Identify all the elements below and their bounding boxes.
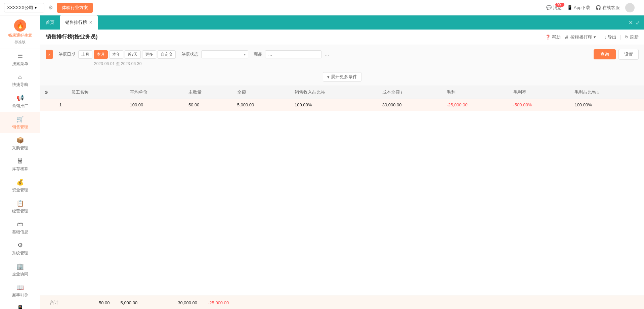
goods-filter-label: 商品 xyxy=(254,51,262,57)
date-tab-last-7-days[interactable]: 近7天 xyxy=(125,50,141,59)
operation-icon: 📋 xyxy=(16,200,24,207)
tab-close-icon[interactable]: ✕ xyxy=(89,20,92,25)
col-employee: 员工名称 xyxy=(67,86,126,99)
purchase-icon: 📦 xyxy=(16,137,24,144)
sidebar-label-inventory: 库存核算 xyxy=(12,166,28,172)
sidebar-item-system[interactable]: ⚙ 系统管理 xyxy=(0,238,40,259)
row-rank: 1 xyxy=(54,99,67,111)
more-options-icon[interactable]: … xyxy=(324,51,330,57)
tab-right-actions: ✕ ⤢ xyxy=(629,19,644,26)
sidebar-item-marketing[interactable]: 📢 营销推广 xyxy=(0,91,40,112)
tab-home[interactable]: 首页 xyxy=(40,15,60,30)
filter-settings-button[interactable]: 设置 xyxy=(618,49,639,60)
goods-input[interactable] xyxy=(265,50,321,58)
refresh-button[interactable]: ↻ 刷新 xyxy=(625,34,639,40)
date-filter-label: 单据日期 xyxy=(58,51,76,57)
sidebar-item-basic-info[interactable]: 🗃 基础信息 xyxy=(0,217,40,238)
enterprise-icon: 🏢 xyxy=(16,263,24,270)
sidebar-item-guide[interactable]: 📖 新手引导 xyxy=(0,280,40,302)
row-settings xyxy=(40,99,54,111)
sidebar-item-search[interactable]: ☰ 搜索菜单 xyxy=(0,49,40,70)
date-tab-custom[interactable]: 自定义 xyxy=(158,50,176,59)
footer-gross: -25,000.00 xyxy=(204,300,233,305)
sidebar-label-enterprise: 企业协同 xyxy=(12,271,28,277)
finance-icon: 💰 xyxy=(16,178,24,186)
col-gross: 毛利 xyxy=(443,86,509,99)
row-cost: 30,000.00 xyxy=(378,99,443,111)
refresh-icon: ↻ xyxy=(625,35,629,40)
home-icon: ⌂ xyxy=(18,73,22,81)
help-button[interactable]: ❓ 帮助 xyxy=(545,34,561,40)
avatar[interactable] xyxy=(625,3,635,12)
message-button[interactable]: 💬 消息 99+ xyxy=(546,5,562,11)
export-button[interactable]: ↓ 导出 xyxy=(604,34,617,40)
tab-home-label: 首页 xyxy=(46,19,54,25)
footer-label: 合计 xyxy=(46,300,62,306)
col-cost: 成本全额 ℹ xyxy=(378,86,443,99)
sidebar: 🔥 畅康通好生意 标准版 ☰ 搜索菜单 ⌂ 快捷导航 📢 营销推广 🛒 销售管理… xyxy=(0,15,40,309)
table-header-row: ⚙ 员工名称 平均单价 主数量 全额 销售收入占比% 成本全额 ℹ 毛利 毛利率 xyxy=(40,86,644,99)
sidebar-label-quick-nav: 快捷导航 xyxy=(12,82,28,88)
content-area: 首页 销售排行榜 ✕ ✕ ⤢ 销售排行榜(按业务员) ❓ 帮助 xyxy=(40,15,644,309)
print-icon: 🖨 xyxy=(565,35,569,40)
status-filter-label: 单据状态 xyxy=(181,51,199,57)
online-service-button[interactable]: 🎧 在线客服 xyxy=(596,5,620,11)
col-settings[interactable]: ⚙ xyxy=(40,86,54,99)
app-download-button[interactable]: 📱 App下载 xyxy=(567,5,590,11)
tab-sales-ranking-label: 销售排行榜 xyxy=(65,19,87,25)
sidebar-item-inventory[interactable]: 🗄 库存核算 xyxy=(0,154,40,175)
logo-sub: 标准版 xyxy=(14,40,26,45)
row-employee xyxy=(67,99,126,111)
guide-icon: 📖 xyxy=(16,284,24,291)
trial-button[interactable]: 体验行业方案 xyxy=(57,3,93,13)
basic-info-icon: 🗃 xyxy=(17,221,23,228)
sidebar-item-finance[interactable]: 💰 资金管理 xyxy=(0,175,40,196)
chevron-down-icon: ▾ xyxy=(327,74,330,80)
expand-more-button[interactable]: ▾ 展开更多条件 xyxy=(323,72,361,82)
main-layout: 🔥 畅康通好生意 标准版 ☰ 搜索菜单 ⌂ 快捷导航 📢 营销推广 🛒 销售管理… xyxy=(0,15,644,309)
export-icon: ↓ xyxy=(604,35,607,40)
date-tab-prev-month[interactable]: 上月 xyxy=(78,50,92,59)
date-tabs: 上月 本月 本年 近7天 更多 自定义 xyxy=(78,50,176,59)
chevron-down-icon: ▾ xyxy=(35,5,37,10)
sidebar-item-quick-nav[interactable]: ⌂ 快捷导航 xyxy=(0,70,40,91)
query-button[interactable]: 查询 xyxy=(594,49,616,59)
footer-amount: 5,000.00 xyxy=(117,300,142,305)
sidebar-item-sales[interactable]: 🛒 销售管理 xyxy=(0,112,40,133)
col-amount: 全额 xyxy=(233,86,291,99)
row-avg-price: 100.00 xyxy=(126,99,185,111)
sidebar-label-sales: 销售管理 xyxy=(12,124,28,130)
row-gross-pct: 100.00% xyxy=(570,99,644,111)
forward-button[interactable]: › xyxy=(46,50,53,59)
footer-cost: 30,000.00 xyxy=(174,300,201,305)
sidebar-item-operation[interactable]: 📋 经营管理 xyxy=(0,196,40,217)
status-select[interactable] xyxy=(201,50,248,58)
tab-close-all-icon[interactable]: ✕ xyxy=(629,19,633,26)
row-qty: 50.00 xyxy=(184,99,233,111)
marketing-icon: 📢 xyxy=(16,94,24,102)
message-icon: 💬 xyxy=(546,5,552,10)
tab-expand-icon[interactable]: ⤢ xyxy=(636,19,640,26)
print-button[interactable]: 🖨 按模板打印 ▾ xyxy=(565,34,596,40)
date-tab-this-year[interactable]: 本年 xyxy=(109,50,123,59)
sidebar-logo: 🔥 畅康通好生意 标准版 xyxy=(0,15,40,49)
page-content: 销售排行榜(按业务员) ❓ 帮助 🖨 按模板打印 ▾ ↓ 导出 xyxy=(40,30,644,309)
date-tab-more[interactable]: 更多 xyxy=(142,50,156,59)
sidebar-item-apps[interactable]: 📱 应用中心 xyxy=(0,302,40,309)
col-gross-rate: 毛利率 xyxy=(509,86,571,99)
gross-pct-info-icon[interactable]: ℹ xyxy=(597,90,599,94)
date-range-display: 2023-06-01 至 2023-06-30 xyxy=(94,61,141,66)
settings-icon[interactable]: ⚙ xyxy=(47,3,54,12)
expand-more-label: 展开更多条件 xyxy=(331,74,357,80)
row-amount: 5,000.00 xyxy=(233,99,291,111)
cost-info-icon[interactable]: ℹ xyxy=(401,90,402,94)
sidebar-item-enterprise[interactable]: 🏢 企业协同 xyxy=(0,259,40,280)
sidebar-item-purchase[interactable]: 📦 采购管理 xyxy=(0,133,40,154)
footer-totals: 合计 50.00 5,000.00 30,000.00 -25,000.00 xyxy=(40,296,644,309)
data-table: ⚙ 员工名称 平均单价 主数量 全额 销售收入占比% 成本全额 ℹ 毛利 毛利率 xyxy=(40,86,644,111)
print-arrow-icon: ▾ xyxy=(594,35,596,40)
tab-sales-ranking[interactable]: 销售排行榜 ✕ xyxy=(60,15,98,30)
company-selector[interactable]: XXXXXX公司 ▾ xyxy=(4,3,44,12)
date-tab-this-month[interactable]: 本月 xyxy=(94,50,108,59)
sales-icon: 🛒 xyxy=(16,115,24,123)
